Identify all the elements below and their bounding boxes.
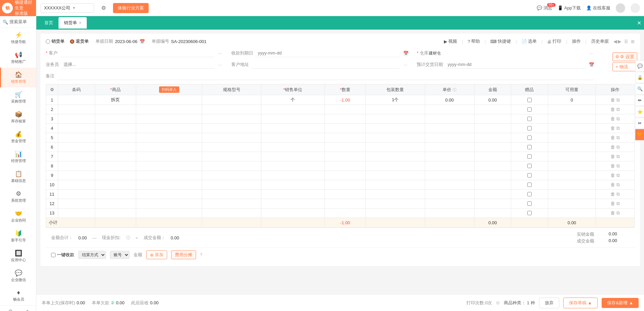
customer-addr-input[interactable] [252, 61, 400, 69]
sales-radio-input[interactable] [46, 39, 50, 44]
close-window-icon[interactable]: ✕ [637, 20, 641, 26]
due-date-input[interactable] [256, 49, 401, 57]
copy-row-icon[interactable]: ⧉ [616, 116, 620, 122]
delete-row-icon[interactable]: 🗑 [610, 154, 615, 159]
row-spec[interactable] [202, 95, 261, 105]
discount-help-icon[interactable]: ⓘ [126, 235, 130, 241]
note-input[interactable] [57, 72, 594, 80]
copy-row-icon[interactable]: ⧉ [616, 154, 620, 159]
sidebar-item-member[interactable]: ♦ 畅会员 [0, 286, 36, 305]
right-panel-btn-1[interactable]: 💬 [635, 61, 644, 72]
addr-dots-btn[interactable]: ··· [402, 62, 409, 67]
print-count-icon[interactable]: ⊙ [496, 300, 500, 305]
copy-row-icon[interactable]: ⧉ [616, 135, 620, 141]
delete-row-icon[interactable]: 🗑 [610, 116, 615, 122]
save-new-button[interactable]: 保存&新增 ▲ [602, 298, 639, 308]
print-btn[interactable]: 🖨 打印 [545, 38, 563, 45]
sidebar-item-purchase[interactable]: 🛒 采购管理 [0, 87, 36, 107]
online-service-button[interactable]: 👤 在线客服 [586, 5, 610, 11]
delete-row-icon[interactable]: 🗑 [610, 144, 615, 150]
video-btn[interactable]: ▶ 视频 [442, 38, 459, 45]
sidebar-item-guide[interactable]: 🔰 新手引导 [0, 226, 36, 246]
sidebar-item-marketing[interactable]: 📢 营销推广 [0, 48, 36, 68]
return-order-radio[interactable]: 退货单 [70, 38, 89, 44]
right-panel-btn-4[interactable]: ✏ [635, 95, 644, 106]
col-settings[interactable]: ⚙ [46, 84, 58, 95]
payment-method-select[interactable]: 结算方式 [78, 251, 106, 259]
row-amount[interactable]: 0.00 [474, 95, 511, 105]
expected-date-calendar-icon[interactable]: 📅 [589, 62, 594, 67]
payment-checkbox-input[interactable] [51, 253, 55, 257]
delete-row-icon[interactable]: 🗑 [610, 163, 615, 169]
sidebar-item-operations[interactable]: 📊 经营管理 [0, 147, 36, 167]
right-panel-btn-2[interactable]: 🔒 [635, 72, 644, 83]
grid-view-icon[interactable]: ⊞ [631, 39, 635, 44]
right-panel-btn-7[interactable]: 🧡 [635, 129, 644, 140]
tab-home[interactable]: 首页 [39, 17, 59, 29]
list-view-icon[interactable]: ☰ [624, 39, 628, 44]
calendar-icon[interactable]: 📅 [140, 39, 145, 44]
trial-button[interactable]: 体验行业方案 [113, 3, 149, 13]
user-avatar-2[interactable] [631, 3, 640, 13]
row-barcode[interactable] [58, 95, 95, 105]
delete-row-icon[interactable]: 🗑 [610, 182, 615, 188]
delete-row-icon[interactable]: 🗑 [610, 172, 615, 178]
sidebar-search[interactable]: 🔍 搜索菜单 [0, 16, 36, 28]
salesperson-input[interactable] [62, 61, 214, 69]
gift-checkbox[interactable] [527, 135, 532, 140]
sidebar-item-wechat[interactable]: 💬 企业微信 [0, 266, 36, 286]
delete-row-icon[interactable]: 🗑 [610, 210, 615, 216]
scan-btn[interactable]: 扫码录入 [159, 86, 179, 93]
sidebar-item-system[interactable]: ⚙ 系统管理 [0, 187, 36, 206]
settings-side-button[interactable]: ⚙ ⚙ 设置 [612, 52, 637, 61]
sales-order-radio[interactable]: 销货单 [46, 38, 65, 44]
sidebar-item-sales[interactable]: 🏠 销售管理 [0, 68, 36, 87]
copy-row-icon[interactable]: ⧉ [616, 182, 620, 188]
gift-checkbox[interactable] [527, 126, 532, 130]
discard-button[interactable]: 放弃 [539, 298, 559, 308]
debt-link[interactable]: ② [111, 300, 115, 305]
right-panel-btn-6[interactable]: ✂ [635, 118, 644, 129]
save-draft-button[interactable]: 保存草稿 ▲ [563, 298, 598, 308]
app-download-button[interactable]: 📱 App下载 [558, 5, 581, 11]
copy-row-icon[interactable]: ⧉ [616, 107, 620, 112]
delete-row-icon[interactable]: 🗑 [610, 125, 615, 131]
copy-row-icon[interactable]: ⧉ [616, 97, 620, 103]
user-avatar[interactable] [616, 3, 625, 13]
operation-btn[interactable]: 操作 [570, 38, 583, 45]
company-select[interactable]: XXXXXX公司 ▼ [40, 3, 94, 13]
copy-row-icon[interactable]: ⧉ [616, 172, 620, 178]
logistics-side-button[interactable]: + 物流 [612, 63, 637, 71]
col-scan[interactable]: 扫码录入 [136, 84, 202, 95]
due-date-calendar-icon[interactable]: 📅 [403, 51, 409, 56]
customer-input[interactable] [60, 49, 214, 57]
payment-account-select[interactable]: 账号 [110, 251, 129, 259]
help-btn[interactable]: ? 帮助 [466, 38, 482, 45]
right-panel-btn-3[interactable]: 🔍 [635, 83, 644, 94]
right-panel-btn-5[interactable]: ⭐ [635, 106, 644, 117]
one-click-payment-checkbox[interactable]: 一键收款 [51, 252, 74, 258]
copy-row-icon[interactable]: ⧉ [616, 163, 620, 169]
sidebar-item-finance[interactable]: 💰 资金管理 [0, 127, 36, 147]
row-price[interactable]: 0.00 [425, 95, 474, 105]
row-gift[interactable] [511, 95, 548, 105]
expense-help-icon[interactable]: ? [200, 252, 202, 257]
warehouse-dots-btn[interactable]: ··· [588, 51, 594, 56]
sidebar-item-quick-nav[interactable]: ⚡ 快捷导航 [0, 28, 36, 48]
gift-checkbox[interactable] [527, 183, 532, 187]
gift-checkbox[interactable] [527, 98, 532, 102]
sidebar-item-inventory[interactable]: 📦 库存核算 [0, 107, 36, 127]
customer-dots-btn[interactable]: ··· [217, 51, 223, 56]
gift-checkbox[interactable] [527, 201, 532, 206]
copy-row-icon[interactable]: ⧉ [616, 144, 620, 150]
gift-checkbox[interactable] [527, 117, 532, 121]
expected-date-input[interactable] [446, 61, 586, 69]
row-unit[interactable]: 个 [261, 95, 325, 105]
gift-checkbox[interactable] [527, 107, 532, 112]
tab-sales-order[interactable]: 销货单 × [59, 17, 87, 29]
add-payment-button[interactable]: ⊕ 添加 [146, 250, 167, 259]
sidebar-collapse-icon[interactable]: ◀ [24, 308, 28, 311]
prev-arrow[interactable]: ◀ [613, 39, 617, 44]
history-btn[interactable]: 历史单据 [589, 38, 611, 45]
delete-row-icon[interactable]: 🗑 [610, 107, 615, 112]
